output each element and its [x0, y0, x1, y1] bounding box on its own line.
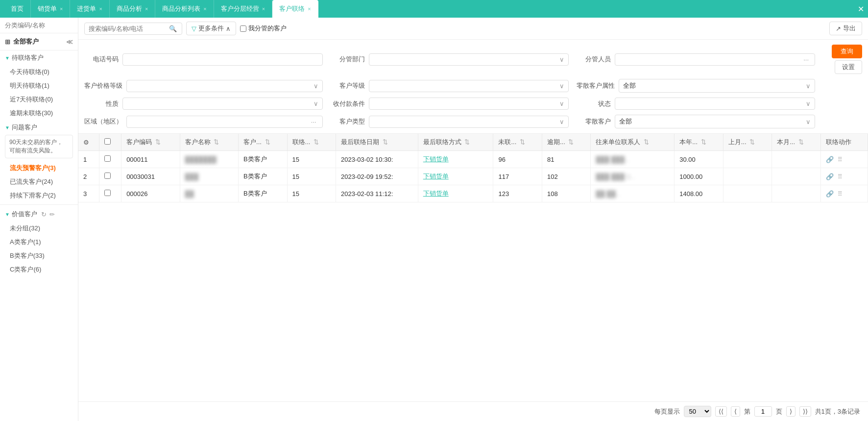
col-name[interactable]: 客户名称 ⇅ [180, 134, 238, 151]
sidebar-item-churned[interactable]: 已流失客户(24) [0, 175, 78, 189]
customer-type-select[interactable]: ∨ [369, 116, 569, 128]
gender-select[interactable]: ∨ [122, 98, 323, 110]
action-link-icon[interactable]: 🔗 [826, 190, 834, 198]
sidebar-item-a-class[interactable]: A类客户(1) [0, 235, 78, 249]
action-more-icon[interactable]: ⠿ [838, 156, 843, 163]
zero-attr-select[interactable]: 全部 ∨ [619, 79, 815, 93]
zero-customer-select[interactable]: 全部 ∨ [615, 115, 815, 128]
sidebar-item-c-class[interactable]: C类客户(6) [0, 263, 78, 276]
search-btn-icon[interactable]: 🔍 [169, 25, 177, 32]
query-btn[interactable]: 查询 [832, 45, 862, 58]
col-contact[interactable]: 联络... ⇅ [287, 134, 336, 151]
tab-analysis-list-close[interactable]: × [203, 6, 206, 12]
settings-btn[interactable]: 设置 [835, 60, 862, 74]
phone-input[interactable] [122, 53, 323, 66]
action-link-icon[interactable]: 🔗 [826, 156, 834, 163]
export-btn[interactable]: ↗ 导出 [829, 22, 862, 35]
col-type[interactable]: 客户... ⇅ [239, 134, 287, 151]
export-icon: ↗ [836, 25, 841, 32]
col-this-month[interactable]: 本月... ⇅ [772, 134, 820, 151]
per-page-select[interactable]: 50 100 [684, 406, 711, 417]
col-code[interactable]: 客户编码 ⇅ [121, 134, 180, 151]
collapse-icon[interactable]: ≪ [66, 38, 73, 46]
page-input[interactable] [754, 406, 772, 417]
col-last-way[interactable]: 最后联络方式 ⇅ [418, 134, 493, 151]
manager-dots[interactable]: ··· [801, 56, 811, 63]
adv-actions: 查询 设置 [823, 45, 862, 74]
tab-customer-segment[interactable]: 客户分层经营 × [214, 0, 272, 18]
tab-customer-contact[interactable]: 客户联络 × [272, 0, 318, 18]
sidebar-search-input[interactable] [5, 22, 78, 29]
col-unlink[interactable]: 未联... ⇅ [493, 134, 542, 151]
sidebar-item-7days[interactable]: 近7天待联络(0) [0, 93, 78, 106]
value-settings-icon[interactable]: ✏ [49, 211, 55, 218]
page-first-icon[interactable]: ⟨⟨ [715, 406, 727, 417]
tab-purchase-close[interactable]: × [99, 6, 102, 12]
row-checkbox[interactable] [104, 190, 111, 196]
col-this-year[interactable]: 本年... ⇅ [675, 134, 723, 151]
select-all-checkbox[interactable] [104, 138, 111, 145]
tab-customer-contact-close[interactable]: × [308, 6, 311, 12]
action-more-icon[interactable]: ⠿ [838, 190, 843, 198]
sidebar-all-customers[interactable]: ⊞ 全部客户 ≪ [0, 33, 78, 50]
customer-level-label: 客户等级 [331, 81, 365, 90]
sidebar-group-pending[interactable]: ▼ 待联络客户 [0, 50, 78, 65]
page-next-icon[interactable]: ⟩ [786, 406, 796, 417]
row-checkbox[interactable] [104, 173, 111, 179]
my-customers-check[interactable]: 我分管的客户 [240, 24, 287, 33]
dept-select[interactable]: ∨ [369, 53, 569, 66]
sidebar-item-declining[interactable]: 持续下滑客户(2) [0, 189, 78, 202]
sidebar-item-overdue[interactable]: 逾期未联络(30) [0, 106, 78, 120]
col-settings-icon[interactable]: ⚙ [83, 139, 89, 146]
payment-select[interactable]: ∨ [369, 98, 569, 110]
tab-analysis[interactable]: 商品分析 × [110, 0, 155, 18]
cell-code: 000026 [121, 185, 180, 202]
tab-sales[interactable]: 销货单 × [31, 0, 70, 18]
sidebar-item-today[interactable]: 今天待联络(0) [0, 65, 78, 79]
region-select[interactable]: ··· [126, 116, 323, 128]
page-last-icon[interactable]: ⟩⟩ [799, 406, 811, 417]
phone-label: 电话号码 [84, 55, 119, 64]
customer-level-select[interactable]: ∨ [369, 80, 569, 92]
search-input[interactable] [89, 25, 167, 32]
value-edit-icon[interactable]: ↻ [41, 211, 47, 218]
price-level-select[interactable]: ∨ [126, 80, 323, 92]
col-overdue[interactable]: 逾期... ⇅ [542, 134, 590, 151]
cell-type: B类客户 [239, 151, 287, 168]
sidebar-group-problem-label: 问题客户 [12, 123, 37, 132]
col-last-month[interactable]: 上月... ⇅ [723, 134, 772, 151]
region-dots[interactable]: ··· [309, 118, 318, 125]
more-conditions-btn[interactable]: ▽ 更多条件 ∧ [186, 22, 236, 35]
search-wrap: 🔍 [84, 23, 182, 35]
page-prev-icon[interactable]: ⟨ [731, 406, 740, 417]
action-link-icon[interactable]: 🔗 [826, 173, 834, 180]
tab-sales-label: 销货单 [38, 4, 57, 13]
sidebar-item-tomorrow[interactable]: 明天待联络(1) [0, 79, 78, 93]
sidebar-divider [0, 204, 78, 205]
manager-select[interactable]: ··· [615, 53, 815, 66]
page-suffix: 页 [776, 407, 782, 416]
tab-analysis-list[interactable]: 商品分析列表 × [155, 0, 214, 18]
manager-label: 分管人员 [577, 55, 611, 64]
action-more-icon[interactable]: ⠿ [838, 173, 843, 180]
my-customers-checkbox[interactable] [240, 25, 246, 32]
tab-customer-segment-close[interactable]: × [262, 6, 265, 12]
cell-action: 🔗 ⠿ [820, 185, 868, 202]
row-checkbox[interactable] [104, 155, 111, 162]
sidebar-item-churn-warning[interactable]: 流失预警客户(3) [0, 161, 78, 175]
col-person[interactable]: 往来单位联系人 ⇅ [591, 134, 675, 151]
status-select[interactable]: ∨ [615, 98, 815, 110]
sidebar-group-problem[interactable]: ▼ 问题客户 [0, 120, 78, 135]
col-last-date[interactable]: 最后联络日期 ⇅ [336, 134, 418, 151]
sidebar-item-b-class[interactable]: B类客户(33) [0, 249, 78, 263]
tab-analysis-close[interactable]: × [145, 6, 148, 12]
arrow-down-icon2: ▼ [5, 125, 10, 130]
tab-purchase[interactable]: 进货单 × [70, 0, 109, 18]
sidebar-group-value[interactable]: ▼ 价值客户 ↻ ✏ [0, 207, 78, 222]
region-label: 区域（地区） [84, 117, 122, 126]
customer-type-chevron: ∨ [559, 118, 564, 125]
tab-homepage[interactable]: 首页 [4, 0, 31, 18]
tab-bar-close-all[interactable]: ✕ [858, 4, 864, 14]
sidebar-item-ungrouped[interactable]: 未分组(32) [0, 222, 78, 235]
tab-sales-close[interactable]: × [60, 6, 63, 12]
